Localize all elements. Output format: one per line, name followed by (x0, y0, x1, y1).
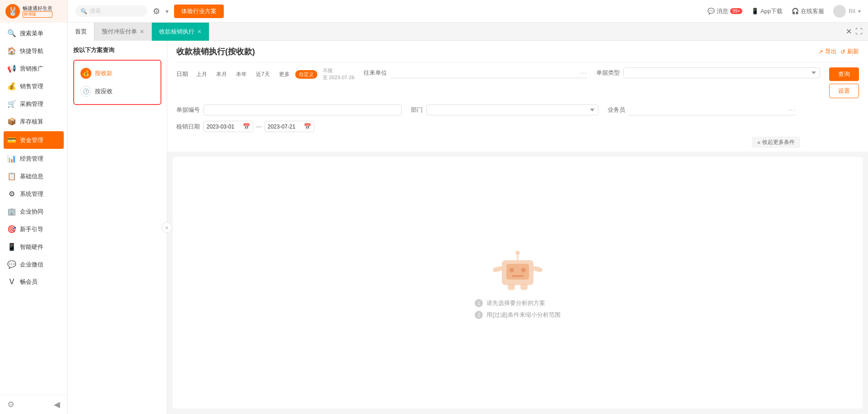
verify-date-start[interactable]: 2023-03-01 📅 (203, 121, 253, 132)
sidebar-item-inventory[interactable]: 📦 库存核算 (0, 113, 67, 130)
doc-no-input[interactable] (203, 105, 402, 115)
date-this-month[interactable]: 本月 (212, 70, 231, 79)
tabbar: 首页 预付冲应付单 ✕ 收款核销执行 ✕ ✕ ⛶ (68, 23, 868, 41)
tab-maximize-icon[interactable]: ⛶ (855, 28, 863, 36)
message-btn[interactable]: 💬 消息 99+ (708, 7, 742, 15)
topbar-search[interactable]: 🔍 搜索 (75, 5, 147, 17)
svg-rect-6 (532, 266, 543, 272)
message-icon: 💬 (708, 8, 715, 14)
cal-start-icon[interactable]: 📅 (243, 123, 250, 130)
staff-dots[interactable]: ··· (788, 106, 796, 113)
cal-end-icon[interactable]: 📅 (304, 123, 311, 130)
tab-prepay-close[interactable]: ✕ (140, 29, 144, 35)
service-icon: 🎧 (792, 8, 799, 14)
tab-receipt[interactable]: 收款核销执行 ✕ (152, 23, 209, 41)
sidebar-item-finance[interactable]: 💳 资金管理 (4, 131, 64, 149)
sidebar-item-purchase[interactable]: 🛒 采购管理 (0, 95, 67, 113)
sidebar-item-marketing[interactable]: 📢 营销推广 (0, 60, 67, 77)
sidebar-item-basicinfo[interactable]: 📋 基础信息 (0, 167, 67, 185)
topbar-settings-icon[interactable]: ⚙ (153, 6, 160, 16)
dept-label: 部门 (411, 106, 423, 114)
query-btn[interactable]: 查询 (829, 67, 859, 81)
member-icon: V (7, 278, 16, 286)
counterpart-dots[interactable]: ··· (580, 69, 587, 76)
app-download-btn[interactable]: 📱 App下载 (751, 7, 783, 15)
svg-point-2 (509, 268, 514, 272)
search-icon: 🔍 (7, 29, 16, 38)
date-last-7[interactable]: 近7天 (252, 70, 274, 79)
date-options: 上月 本月 本年 近7天 更多 自定义 (193, 70, 317, 79)
user-menu[interactable]: Rit ▾ (833, 5, 861, 18)
page-title-row: 收款核销执行(按收款) ↗ 导出 ↺ 刷新 (176, 46, 859, 57)
sidebar-collapse-icon[interactable]: ◀ (54, 400, 60, 409)
tab-home[interactable]: 首页 (68, 23, 94, 41)
date-custom[interactable]: 自定义 (295, 70, 317, 79)
date-dash: — (256, 123, 262, 130)
svg-point-3 (521, 268, 526, 272)
verify-date-end[interactable]: 2023-07-21 📅 (264, 121, 314, 132)
right-panel: 收款核销执行(按收款) ↗ 导出 ↺ 刷新 (167, 41, 868, 414)
receipt-icon: 💰 (80, 68, 91, 79)
doc-type-label: 单据类型 (596, 69, 620, 77)
date-no-limit: 不限 至 2023-07-26 (323, 67, 354, 81)
filter-by-receipt[interactable]: 💰 按收款 (78, 64, 157, 82)
topbar-chevron-icon[interactable]: ▾ (165, 8, 169, 15)
sidebar-item-system[interactable]: ⚙ 系统管理 (0, 185, 67, 203)
collapse-icon: « (757, 139, 760, 146)
collapse-more-btn[interactable]: « 收起更多条件 (752, 137, 800, 148)
empty-step-2: 2 用[过滤]条件来缩小分析范围 (475, 311, 560, 319)
sidebar-nav: 🔍 搜索菜单 🏠 快捷导航 📢 营销推广 💰 销售管理 🛒 采购管理 📦 库存核… (0, 23, 67, 395)
app-icon: 📱 (751, 8, 759, 14)
doc-type-select[interactable] (623, 67, 820, 78)
tabbar-actions: ✕ ⛶ (846, 27, 868, 36)
export-btn[interactable]: ↗ 导出 (818, 48, 837, 56)
empty-state: 1 请先选择要分析的方案 2 用[过滤]条件来缩小分析范围 (475, 247, 560, 319)
tab-prepay[interactable]: 预付冲应付单 ✕ (94, 23, 152, 41)
system-icon: ⚙ (7, 190, 16, 198)
svg-rect-8 (520, 284, 528, 290)
sidebar-item-guide[interactable]: 🎯 新手引导 (0, 220, 67, 238)
refresh-btn[interactable]: ↺ 刷新 (840, 48, 859, 56)
basicinfo-icon: 📋 (7, 172, 16, 181)
main-body: 1 请先选择要分析的方案 2 用[过滤]条件来缩小分析范围 (173, 157, 863, 409)
sales-icon: 💰 (7, 82, 16, 90)
user-chevron-icon: ▾ (858, 8, 861, 14)
dept-select[interactable] (426, 105, 599, 115)
bottom-settings-icon[interactable]: ⚙ (7, 400, 14, 409)
logo-text: 畅捷通好生意 标准版 (23, 5, 52, 18)
sidebar-item-wechat[interactable]: 💬 企业微信 (0, 256, 67, 273)
sidebar-item-operations[interactable]: 📊 经营管理 (0, 150, 67, 167)
guide-icon: 🎯 (7, 225, 16, 233)
home-icon: 🏠 (7, 47, 16, 55)
left-panel-title: 按以下方案查询 (73, 46, 161, 54)
sidebar-item-quicknav[interactable]: 🏠 快捷导航 (0, 42, 67, 60)
counterpart-label: 往来单位 (363, 69, 387, 77)
tab-close-all-icon[interactable]: ✕ (846, 27, 852, 36)
main-area: 🔍 搜索 ⚙ ▾ 体验行业方案 💬 消息 99+ 📱 App下载 🎧 在线客服 … (68, 0, 868, 414)
date-last-month[interactable]: 上月 (193, 70, 211, 79)
user-avatar (833, 5, 846, 18)
empty-illustration (491, 247, 545, 292)
doc-no-label: 单据编号 (176, 106, 200, 114)
solution-btn[interactable]: 体验行业方案 (174, 5, 224, 18)
finance-icon: 💳 (7, 136, 16, 144)
sidebar-item-hardware[interactable]: 📱 智能硬件 (0, 238, 67, 256)
hardware-icon: 📱 (7, 243, 16, 251)
filter-by-receivable[interactable]: 🕐 按应收 (78, 82, 157, 100)
purchase-icon: 🛒 (7, 100, 16, 108)
sidebar-item-enterprise[interactable]: 🏢 企业协同 (0, 203, 67, 220)
page-title: 收款核销执行(按收款) (176, 46, 255, 57)
receivable-icon: 🕐 (80, 86, 91, 97)
tab-receipt-close[interactable]: ✕ (197, 29, 202, 35)
date-this-year[interactable]: 本年 (232, 70, 250, 79)
online-service-btn[interactable]: 🎧 在线客服 (792, 7, 824, 15)
settings-filter-btn[interactable]: 设置 (829, 84, 859, 98)
sidebar-item-search[interactable]: 🔍 搜索菜单 (0, 24, 67, 42)
left-panel-collapse-btn[interactable]: » (161, 222, 172, 233)
operations-icon: 📊 (7, 154, 16, 163)
sidebar-item-member[interactable]: V 畅会员 (0, 273, 67, 290)
date-more[interactable]: 更多 (275, 70, 293, 79)
svg-rect-7 (508, 284, 515, 290)
page-actions: ↗ 导出 ↺ 刷新 (818, 48, 859, 56)
sidebar-item-sales[interactable]: 💰 销售管理 (0, 77, 67, 95)
